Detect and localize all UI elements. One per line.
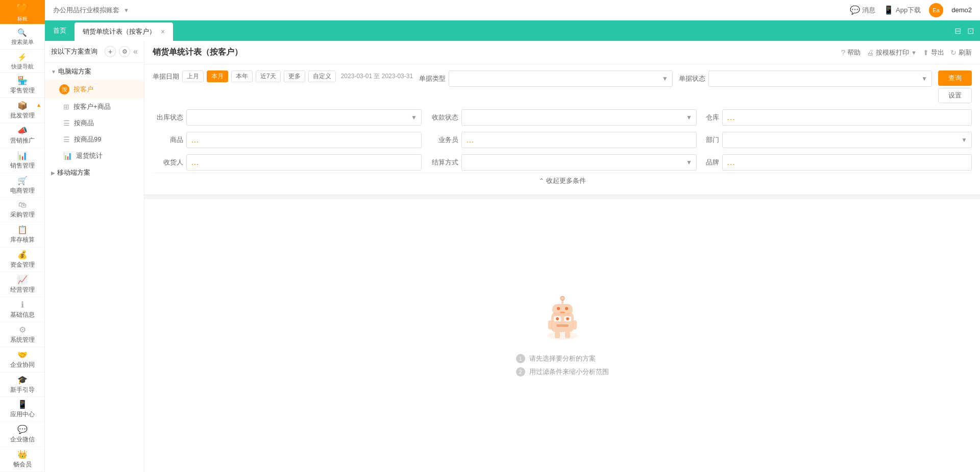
print-icon: 🖨 <box>867 49 874 57</box>
collapse-more-btn[interactable]: ⌃ 收起更多条件 <box>153 173 972 188</box>
collapse-up-icon: ⌃ <box>539 177 544 184</box>
tab-minimize-btn[interactable]: ⊟ <box>952 24 963 38</box>
page-title: 销货单统计表（按客户） <box>153 47 242 58</box>
settings-button[interactable]: 设置 <box>938 88 972 103</box>
salesperson-label: 业务员 <box>428 135 458 145</box>
sidebar-item-retail[interactable]: 🏪 零售管理 <box>0 73 44 98</box>
receiver-select[interactable]: … <box>186 154 422 171</box>
sidebar-item-member[interactable]: 👑 畅会员 <box>0 447 44 472</box>
page-title-row: 销货单统计表（按客户） ? 帮助 🖨 按模板打印 ▼ ⬆ <box>153 47 972 58</box>
product-label: 商品 <box>153 135 183 145</box>
scheme-item-by-customer[interactable]: 按 按客户 <box>45 80 144 99</box>
sidebar-item-search[interactable]: 🔍 搜索菜单 <box>0 24 44 50</box>
sidebar-item-basic[interactable]: ℹ 基础信息 <box>0 297 44 322</box>
date-btn-custom[interactable]: 自定义 <box>308 70 336 82</box>
filter-row-1: 单据日期 上月 本月 本年 近7天 更多 自定义 2023-03-01 至 20… <box>153 70 972 103</box>
salesperson-select[interactable]: … <box>461 132 697 148</box>
action-buttons: 查询 设置 <box>938 70 972 103</box>
sidebar-item-sales[interactable]: 📊 销售管理 <box>0 148 44 173</box>
app-download-action[interactable]: 📱 App下载 <box>884 5 921 15</box>
scheme-section-desktop-header[interactable]: ▼ 电脑端方案 <box>45 63 144 80</box>
empty-tips: 1 请先选择要分析的方案 2 用过滤条件来缩小分析范围 <box>516 354 609 376</box>
scheme-item-by-customer-product[interactable]: ⊞ 按客户+商品 <box>45 99 144 115</box>
tab-home[interactable]: 首页 <box>45 20 75 41</box>
tab-sales-stat-label: 销货单统计表（按客户） <box>83 27 156 36</box>
print-action[interactable]: 🖨 按模板打印 ▼ <box>867 48 917 57</box>
tab-sales-stat[interactable]: 销货单统计表（按客户） × <box>75 22 173 41</box>
avatar-text: Ea <box>933 7 940 13</box>
filter-date-group: 单据日期 上月 本月 本年 近7天 更多 自定义 2023-03-01 至 20… <box>153 70 413 82</box>
sidebar-item-ecommerce[interactable]: 🛒 电商管理 <box>0 173 44 198</box>
product-cell: 商品 … <box>153 132 422 148</box>
tab-maximize-btn[interactable]: ⊡ <box>965 24 976 38</box>
receipt-status-select[interactable]: ▼ <box>461 109 697 126</box>
sidebar-item-marketing[interactable]: 📣 营销推广 <box>0 123 44 148</box>
sidebar-item-operations[interactable]: 📈 经营管理 <box>0 272 44 297</box>
sidebar-item-wechat[interactable]: 💬 企业微信 <box>0 422 44 447</box>
tip-2-num: 2 <box>516 367 525 376</box>
date-btn-this-month[interactable]: 本月 <box>207 70 228 82</box>
sidebar-item-quick-nav[interactable]: ⚡ 快捷导航 <box>0 50 44 73</box>
wholesale-icon: 📦 <box>17 101 28 110</box>
scheme-item-by-product-99[interactable]: ☰ 按商品99 <box>45 131 144 148</box>
sidebar-item-finance[interactable]: 💰 资金管理 <box>0 247 44 272</box>
svg-point-12 <box>557 307 560 310</box>
wholesale-arrow: ▲ <box>36 102 41 108</box>
message-icon: 💬 <box>850 5 860 15</box>
receipt-status-arrow: ▼ <box>686 114 692 121</box>
order-status-select[interactable]: ▼ <box>708 70 932 87</box>
message-action[interactable]: 💬 消息 <box>850 5 875 15</box>
sidebar-item-inventory[interactable]: 📋 库存核算 <box>0 222 44 247</box>
tab-close-btn[interactable]: × <box>161 28 165 36</box>
sidebar-item-system[interactable]: ⚙ 系统管理 <box>0 322 44 347</box>
logo-icon: 🧡 <box>16 2 29 14</box>
query-button[interactable]: 查询 <box>938 70 972 86</box>
svg-point-0 <box>547 332 578 340</box>
product-select[interactable]: … <box>186 132 422 148</box>
mobile-section-label: 移动端方案 <box>57 168 90 177</box>
receiver-label: 收货人 <box>153 158 183 167</box>
print-arrow[interactable]: ▼ <box>911 50 917 56</box>
sidebar-item-wholesale[interactable]: 📦 批发管理 ▲ <box>0 98 44 123</box>
brand-select[interactable]: … <box>722 154 972 171</box>
logo[interactable]: 🧡 标账 <box>0 0 45 24</box>
help-action[interactable]: ? 帮助 <box>841 48 861 57</box>
refresh-label: 刷新 <box>959 48 972 57</box>
date-btn-more[interactable]: 更多 <box>284 70 305 82</box>
order-status-arrow: ▼ <box>921 75 927 82</box>
sidebar-item-purchase[interactable]: 🛍 采购管理 <box>0 198 44 222</box>
out-status-label: 出库状态 <box>153 113 183 122</box>
scheme-settings-btn[interactable]: ⚙ <box>119 46 130 57</box>
date-label: 单据日期 <box>153 72 179 81</box>
scheme-item-by-product[interactable]: ☰ 按商品 <box>45 115 144 131</box>
date-range-display: 2023-03-01 至 2023-03-31 <box>341 72 413 81</box>
return-stat-icon: 📊 <box>63 152 72 160</box>
payment-select[interactable]: ▼ <box>461 154 697 171</box>
brand-cell: 品牌 … <box>703 154 972 171</box>
scheme-collapse-btn[interactable]: « <box>133 47 138 56</box>
download-icon: 📱 <box>884 5 894 15</box>
sidebar-item-appcenter[interactable]: 📱 应用中心 <box>0 397 44 422</box>
empty-state: 1 请先选择要分析的方案 2 用过滤条件来缩小分析范围 <box>144 199 980 472</box>
avatar[interactable]: Ea <box>929 3 943 17</box>
scheme-add-btn[interactable]: + <box>105 46 116 57</box>
scheme-item-return-stat[interactable]: 📊 退货统计 <box>45 148 144 164</box>
scheme-section-mobile-header[interactable]: ▶ 移动端方案 <box>45 164 144 181</box>
sales-label: 销售管理 <box>10 161 35 170</box>
sidebar-item-enterprise[interactable]: 🤝 企业协同 <box>0 347 44 372</box>
department-select[interactable]: ▼ <box>722 132 972 148</box>
app-title-dropdown-icon[interactable]: ▼ <box>124 7 129 13</box>
refresh-action[interactable]: ↻ 刷新 <box>950 48 972 57</box>
warehouse-select[interactable]: … <box>722 109 972 126</box>
export-action[interactable]: ⬆ 导出 <box>923 48 944 57</box>
sidebar-item-guide[interactable]: 🎓 新手引导 <box>0 372 44 397</box>
top-header-left: 办公用品行业模拟账套 ▼ <box>53 6 129 15</box>
finance-icon: 💰 <box>17 250 28 259</box>
order-type-arrow: ▼ <box>662 75 668 82</box>
date-btn-last-7[interactable]: 近7天 <box>256 70 281 82</box>
out-status-select[interactable]: ▼ <box>186 109 422 126</box>
svg-point-5 <box>566 317 569 320</box>
date-btn-this-year[interactable]: 本年 <box>231 70 253 82</box>
date-btn-last-month[interactable]: 上月 <box>182 70 204 82</box>
order-type-select[interactable]: ▼ <box>449 70 672 87</box>
